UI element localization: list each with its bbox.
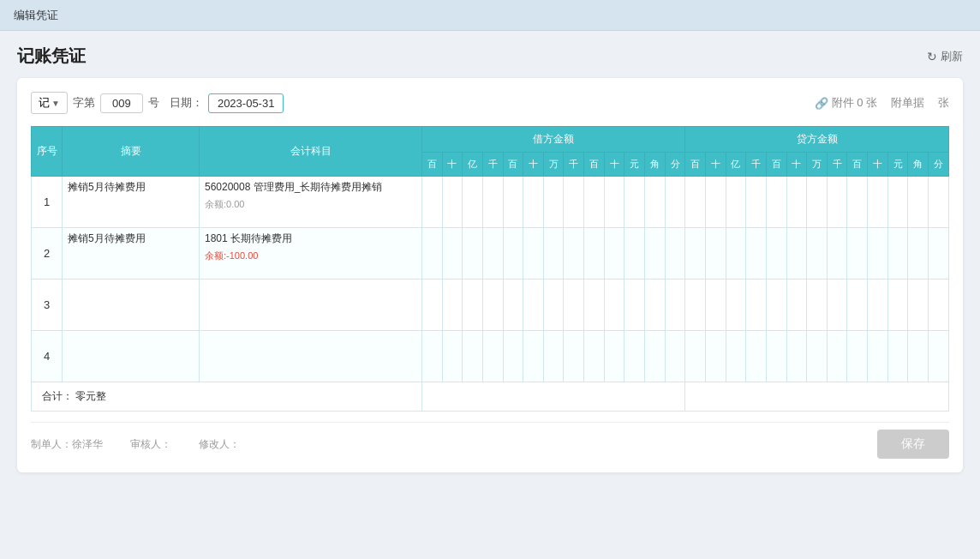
row3-c3[interactable] <box>746 280 767 331</box>
row4-c3[interactable] <box>746 331 767 382</box>
row1-account[interactable]: 56020008 管理费用_长期待摊费用摊销 余额:0.00 <box>200 177 422 228</box>
row2-c10[interactable] <box>887 228 908 280</box>
refresh-button[interactable]: ↻ 刷新 <box>927 49 963 64</box>
row2-c8[interactable] <box>847 228 868 280</box>
row4-d3[interactable] <box>482 331 503 382</box>
row4-c2[interactable] <box>726 331 746 382</box>
row2-c4[interactable] <box>766 228 786 280</box>
row4-c12[interactable] <box>929 331 949 382</box>
row2-account[interactable]: 1801 长期待摊费用 余额:-100.00 <box>200 228 422 280</box>
voucher-type-button[interactable]: 记 ▼ <box>31 92 68 114</box>
row4-c11[interactable] <box>908 331 929 382</box>
row4-c1[interactable] <box>705 331 726 382</box>
row3-c8[interactable] <box>847 280 868 331</box>
row2-d2[interactable] <box>463 228 483 280</box>
row2-c12[interactable] <box>929 228 949 280</box>
row4-d6[interactable] <box>543 331 564 382</box>
row1-d1[interactable] <box>442 177 463 228</box>
row1-c3[interactable] <box>746 177 767 228</box>
voucher-number-box[interactable]: 009 <box>100 93 143 113</box>
row4-c4[interactable] <box>766 331 786 382</box>
row4-c5[interactable] <box>786 331 807 382</box>
row2-d10[interactable] <box>624 228 645 280</box>
row4-c9[interactable] <box>868 331 888 382</box>
row3-summary[interactable] <box>63 280 200 331</box>
row2-d12[interactable] <box>665 228 685 280</box>
row4-c10[interactable] <box>887 331 908 382</box>
row1-c5[interactable] <box>786 177 807 228</box>
row3-account[interactable] <box>200 280 422 331</box>
row1-summary[interactable]: 摊销5月待摊费用 <box>63 177 200 228</box>
row2-c9[interactable] <box>868 228 888 280</box>
row1-c0[interactable] <box>685 177 706 228</box>
row1-c11[interactable] <box>908 177 929 228</box>
row4-account[interactable] <box>200 331 422 382</box>
row4-d10[interactable] <box>624 331 645 382</box>
row4-summary[interactable] <box>63 331 200 382</box>
row1-d0[interactable] <box>422 177 443 228</box>
row2-d0[interactable] <box>422 228 443 280</box>
row1-c4[interactable] <box>766 177 786 228</box>
row1-d3[interactable] <box>482 177 503 228</box>
row1-d5[interactable] <box>523 177 544 228</box>
row2-d4[interactable] <box>503 228 523 280</box>
row3-c9[interactable] <box>868 280 888 331</box>
future-date-button[interactable]: 附单据 <box>891 95 924 111</box>
row4-c0[interactable] <box>685 331 706 382</box>
row2-c2[interactable] <box>726 228 746 280</box>
row1-d2[interactable] <box>463 177 483 228</box>
row3-d8[interactable] <box>584 280 605 331</box>
row1-d10[interactable] <box>624 177 645 228</box>
row4-d9[interactable] <box>604 331 624 382</box>
row1-c10[interactable] <box>887 177 908 228</box>
row1-c9[interactable] <box>868 177 888 228</box>
row2-d8[interactable] <box>584 228 605 280</box>
row2-c3[interactable] <box>746 228 767 280</box>
row3-c7[interactable] <box>827 280 847 331</box>
row1-c2[interactable] <box>726 177 746 228</box>
row3-d7[interactable] <box>564 280 584 331</box>
row1-d6[interactable] <box>543 177 564 228</box>
row3-d1[interactable] <box>442 280 463 331</box>
row4-c6[interactable] <box>807 331 828 382</box>
row2-c7[interactable] <box>827 228 847 280</box>
row2-c5[interactable] <box>786 228 807 280</box>
row3-c5[interactable] <box>786 280 807 331</box>
row4-d4[interactable] <box>503 331 523 382</box>
row3-d3[interactable] <box>482 280 503 331</box>
row2-d9[interactable] <box>604 228 624 280</box>
row2-d3[interactable] <box>482 228 503 280</box>
row4-d2[interactable] <box>463 331 483 382</box>
row1-c7[interactable] <box>827 177 847 228</box>
row1-d7[interactable] <box>564 177 584 228</box>
row3-c0[interactable] <box>685 280 706 331</box>
row3-d4[interactable] <box>503 280 523 331</box>
save-button[interactable]: 保存 <box>877 430 949 459</box>
row4-d5[interactable] <box>523 331 544 382</box>
row2-c6[interactable] <box>807 228 828 280</box>
row2-d7[interactable] <box>564 228 584 280</box>
row1-d11[interactable] <box>645 177 666 228</box>
row1-d12[interactable] <box>665 177 685 228</box>
row3-d12[interactable] <box>665 280 685 331</box>
row4-d1[interactable] <box>442 331 463 382</box>
row1-d9[interactable] <box>604 177 624 228</box>
row3-c12[interactable] <box>929 280 949 331</box>
row3-c11[interactable] <box>908 280 929 331</box>
row3-c6[interactable] <box>807 280 828 331</box>
row4-d12[interactable] <box>665 331 685 382</box>
row3-c1[interactable] <box>705 280 726 331</box>
row3-d9[interactable] <box>604 280 624 331</box>
row4-c8[interactable] <box>847 331 868 382</box>
row2-d11[interactable] <box>645 228 666 280</box>
row1-d4[interactable] <box>503 177 523 228</box>
row2-c11[interactable] <box>908 228 929 280</box>
row4-d11[interactable] <box>645 331 666 382</box>
row3-c4[interactable] <box>766 280 786 331</box>
date-input[interactable]: 2023-05-31 <box>208 93 284 113</box>
row1-c12[interactable] <box>929 177 949 228</box>
row3-c2[interactable] <box>726 280 746 331</box>
row2-d5[interactable] <box>523 228 544 280</box>
row3-d2[interactable] <box>463 280 483 331</box>
row3-d10[interactable] <box>624 280 645 331</box>
